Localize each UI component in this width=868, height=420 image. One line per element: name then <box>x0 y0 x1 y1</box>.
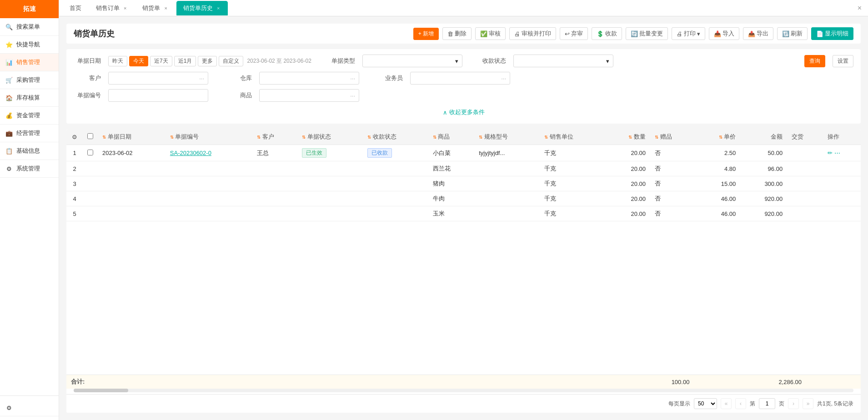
date-tag-more[interactable]: 更多 <box>198 56 217 66</box>
date-tag-custom[interactable]: 自定义 <box>219 56 243 66</box>
last-page-button[interactable]: » <box>803 398 813 409</box>
tab-delivery[interactable]: 销货单 × <box>135 1 175 15</box>
audit-print-button[interactable]: 🖨 审核并打印 <box>509 27 556 40</box>
cell-gift: 否 <box>650 161 695 176</box>
sidebar-item-quick-nav[interactable]: ⭐ 快捷导航 <box>0 36 59 54</box>
cell-gift: 否 <box>650 191 695 206</box>
discard-button[interactable]: ↩ 弃审 <box>560 27 588 40</box>
cell-checkbox[interactable] <box>83 145 98 161</box>
cell-transaction <box>787 176 823 191</box>
audit-button[interactable]: ✅ 审核 <box>475 27 506 40</box>
tab-delivery-history-close[interactable]: × <box>216 5 221 11</box>
page-input[interactable] <box>759 398 775 409</box>
cell-amount: 920.00 <box>740 191 787 206</box>
date-tag-today[interactable]: 今天 <box>129 56 148 66</box>
sidebar-item-purchase[interactable]: 🛒 采购管理 <box>0 71 59 89</box>
cell-doc-no[interactable] <box>166 191 252 206</box>
edit-action[interactable]: ✏ <box>828 150 833 156</box>
date-tag-yesterday[interactable]: 昨天 <box>108 56 127 66</box>
col-transaction: 交货 <box>787 129 823 145</box>
add-button[interactable]: + 新增 <box>413 28 439 40</box>
col-goods[interactable]: ⇅ 商品 <box>428 129 475 145</box>
first-page-button[interactable]: « <box>721 398 732 409</box>
sidebar-item-search-menu[interactable]: 🔍 搜索菜单 <box>0 18 59 36</box>
per-page-select[interactable]: 50 100 200 <box>694 398 717 409</box>
table-row: 1 2023-06-02 SA-20230602-0 王总 已生效 已收款 小白… <box>66 145 861 161</box>
sidebar-item-operation[interactable]: 💼 经营管理 <box>0 125 59 142</box>
query-button[interactable]: 查询 <box>804 55 825 67</box>
settings-button[interactable]: 设置 <box>833 55 853 67</box>
cell-doc-no[interactable]: SA-20230602-0 <box>166 145 252 161</box>
col-quantity[interactable]: ⇅ 数量 <box>605 129 650 145</box>
cell-goods: 小白菜 <box>428 145 475 161</box>
cell-doc-no[interactable] <box>166 176 252 191</box>
doc-no-input[interactable] <box>108 89 208 102</box>
delete-button[interactable]: 🗑 删除 <box>442 27 472 40</box>
cell-quantity: 20.00 <box>605 161 650 176</box>
cell-checkbox[interactable] <box>83 191 98 206</box>
cell-spec <box>474 161 540 176</box>
sidebar-item-label: 采购管理 <box>16 76 40 84</box>
collect-button[interactable]: 💲 收款 <box>592 27 622 40</box>
sidebar-item-sales[interactable]: 📊 销售管理 <box>0 54 59 71</box>
export-button[interactable]: 📤 导出 <box>743 27 773 40</box>
tab-delivery-history[interactable]: 销货单历史 × <box>176 1 228 15</box>
tab-home[interactable]: 首页 <box>63 1 88 15</box>
print-button[interactable]: 🖨 打印 ▾ <box>672 27 705 40</box>
col-unit[interactable]: ⇅ 销售单位 <box>540 129 605 145</box>
sidebar-settings-bottom[interactable]: ⚙ <box>0 400 59 416</box>
col-unit-price[interactable]: ⇅ 单价 <box>695 129 740 145</box>
scrollbar-thumb[interactable] <box>74 389 128 392</box>
col-payment-status[interactable]: ⇅ 收款状态 <box>363 129 428 145</box>
date-tag-1month[interactable]: 近1月 <box>174 56 196 66</box>
cell-checkbox[interactable] <box>83 206 98 221</box>
select-all-checkbox[interactable] <box>87 133 93 139</box>
collapse-button[interactable]: ∧ 收起更多条件 <box>74 106 853 118</box>
cell-doc-no[interactable] <box>166 161 252 176</box>
next-page-button[interactable]: › <box>788 398 799 409</box>
cell-doc-date: 2023-06-02 <box>98 145 166 161</box>
export-icon: 📤 <box>748 30 755 37</box>
batch-change-button[interactable]: 🔄 批量变更 <box>626 27 668 40</box>
warehouse-input[interactable]: ··· <box>259 72 359 85</box>
salesperson-input[interactable]: ··· <box>410 72 510 85</box>
col-doc-date[interactable]: ⇅ 单据日期 <box>98 129 166 145</box>
cell-customer <box>252 161 297 176</box>
prev-page-button[interactable]: ‹ <box>735 398 746 409</box>
doc-no-link[interactable]: SA-20230602-0 <box>170 150 211 156</box>
tab-delivery-close[interactable]: × <box>163 5 168 11</box>
sidebar-item-finance[interactable]: 💰 资金管理 <box>0 107 59 125</box>
goods-input[interactable]: ··· <box>259 89 359 102</box>
date-tag-7days[interactable]: 近7天 <box>150 56 172 66</box>
col-spec[interactable]: ⇅ 规格型号 <box>474 129 540 145</box>
col-checkbox[interactable] <box>83 129 98 145</box>
payment-status-select[interactable]: ▾ <box>513 55 613 67</box>
print-icon: 🖨 <box>677 30 682 37</box>
doc-type-select[interactable]: ▾ <box>362 55 462 67</box>
col-gift[interactable]: ⇅ 赠品 <box>650 129 695 145</box>
sidebar-item-inventory[interactable]: 🏠 库存核算 <box>0 89 59 107</box>
col-doc-no[interactable]: ⇅ 单据编号 <box>166 129 252 145</box>
cell-amount: 50.00 <box>740 145 787 161</box>
cell-checkbox[interactable] <box>83 176 98 191</box>
refresh-button[interactable]: 🔃 刷新 <box>777 27 808 40</box>
col-settings[interactable]: ⚙ <box>66 129 83 145</box>
cell-payment-status: 已收款 <box>363 145 428 161</box>
more-action[interactable]: ⋯ <box>834 150 840 156</box>
col-doc-status[interactable]: ⇅ 单据状态 <box>297 129 363 145</box>
briefcase-icon: 💼 <box>5 130 13 137</box>
show-detail-button[interactable]: 📄 显示明细 <box>811 27 853 40</box>
cell-index: 5 <box>66 206 83 221</box>
col-customer[interactable]: ⇅ 客户 <box>252 129 297 145</box>
customer-input[interactable]: ··· <box>108 72 208 85</box>
sidebar-item-basic-info[interactable]: 📋 基础信息 <box>0 142 59 160</box>
tab-sales-order-close[interactable]: × <box>122 5 128 11</box>
cell-checkbox[interactable] <box>83 161 98 176</box>
cell-doc-no[interactable] <box>166 206 252 221</box>
tab-sales-order[interactable]: 销售订单 × <box>89 1 135 15</box>
horizontal-scrollbar[interactable] <box>74 389 853 392</box>
import-button[interactable]: 📥 导入 <box>709 27 739 40</box>
tab-bar-close[interactable]: × <box>855 4 864 12</box>
payment-status-label: 收款状态 <box>479 57 506 65</box>
sidebar-item-system[interactable]: ⚙ 系统管理 <box>0 160 59 178</box>
